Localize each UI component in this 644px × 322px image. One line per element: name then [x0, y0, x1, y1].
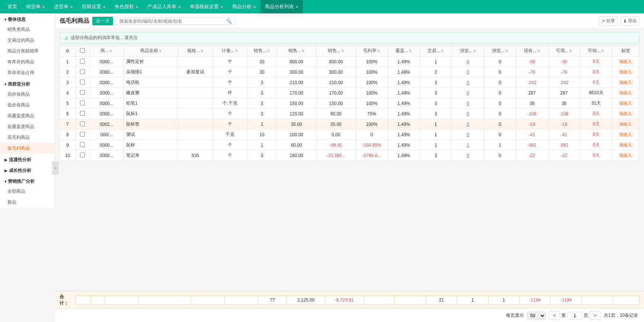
close-icon[interactable]: ✕: [220, 5, 223, 9]
row-checkbox[interactable]: [76, 98, 89, 109]
search-icon[interactable]: 🔍: [226, 19, 232, 24]
sidebar-item-high-value[interactable]: 高价值商品: [0, 89, 55, 100]
nav-item-template-settings[interactable]: 单据模板设置 ✕: [185, 0, 228, 13]
th-available-stock[interactable]: 可用...⇅: [548, 45, 580, 57]
row-trade: 1: [420, 119, 452, 130]
th-gross-margin[interactable]: 毛利率⇅: [356, 45, 388, 57]
view1-link[interactable]: 0: [467, 90, 469, 96]
sidebar-item-low-coverage[interactable]: 低覆盖度商品: [0, 121, 55, 132]
close-icon[interactable]: ✕: [70, 5, 73, 9]
th-trade[interactable]: 交易...⇅: [420, 45, 452, 57]
th-checkbox[interactable]: [76, 45, 89, 57]
th-view1[interactable]: 浏览...⇅: [452, 45, 484, 57]
row-view1[interactable]: 1: [452, 140, 484, 150]
row-checkbox[interactable]: [76, 57, 89, 67]
row-view1[interactable]: 0: [452, 57, 484, 67]
th-sale-price[interactable]: 销售...⇅: [277, 45, 316, 57]
nav-item-permissions[interactable]: 权限设置 ✕: [77, 0, 110, 13]
th-settings[interactable]: ⚙: [60, 45, 76, 57]
sidebar-item-low-margin[interactable]: 低毛利商品: [0, 143, 55, 154]
close-icon[interactable]: ✕: [103, 5, 106, 9]
th-current-stock[interactable]: 现有...⇅: [516, 45, 548, 57]
close-icon[interactable]: ✕: [42, 5, 45, 9]
select-all-checkbox[interactable]: [80, 48, 85, 53]
th-coverage[interactable]: 覆盖...⇅: [388, 45, 420, 57]
row-checkbox[interactable]: [76, 109, 89, 119]
sidebar-item-low-value[interactable]: 低价值商品: [0, 100, 55, 111]
row-view1[interactable]: 0: [452, 150, 484, 161]
row-view1[interactable]: 0: [452, 130, 484, 140]
sidebar-item-category-sales-rate[interactable]: 商品分类助销率: [0, 46, 55, 57]
per-page-select[interactable]: 50 20 100: [527, 312, 546, 320]
row-checkbox[interactable]: [76, 140, 89, 150]
view1-link[interactable]: 0: [467, 80, 469, 85]
row-sellable-stock: 31天: [580, 98, 612, 109]
sidebar-group-overall[interactable]: ▾ 整体信息: [0, 13, 55, 24]
sidebar-group-circulation[interactable]: ▶ 流通性分析: [0, 154, 55, 165]
view1-link[interactable]: 0: [467, 111, 469, 117]
row-view1[interactable]: 0: [452, 88, 484, 98]
export-button[interactable]: ⬇ 导出: [621, 16, 640, 26]
th-sellable-stock[interactable]: 可销...⇅: [580, 45, 612, 57]
th-spec[interactable]: 规格...⇅: [178, 45, 213, 57]
th-sale-amount[interactable]: 销售...⇅: [316, 45, 356, 57]
export-icon: ⬇: [623, 19, 627, 24]
th-unit[interactable]: 计量...⇅: [213, 45, 247, 57]
sidebar-item-new-products[interactable]: 新品: [0, 197, 55, 208]
row-checkbox[interactable]: [76, 119, 89, 130]
row-view2: 0: [484, 67, 516, 77]
search-input[interactable]: [119, 19, 226, 24]
th-name[interactable]: 商品名称⇅: [124, 45, 178, 57]
th-tag[interactable]: 标签: [612, 45, 639, 57]
sidebar-group-marketing[interactable]: ▾ 营销推广分析: [0, 175, 55, 186]
close-icon[interactable]: ✕: [295, 5, 298, 9]
th-view2[interactable]: 浏览...⇅: [484, 45, 516, 57]
row-view1[interactable]: 0: [452, 77, 484, 88]
row-checkbox[interactable]: [76, 150, 89, 161]
sidebar-item-stocked-products[interactable]: 有库存的商品: [0, 57, 55, 67]
nav-item-sales[interactable]: 销货单 ✕: [22, 0, 49, 13]
view1-link[interactable]: 0: [467, 59, 469, 64]
sidebar-group-cluster[interactable]: ▾ 类群堂分析: [0, 78, 55, 89]
nav-item-product-entry[interactable]: 产成品入库单 ✕: [143, 0, 185, 13]
sidebar-item-traded-products[interactable]: 交易过的商品: [0, 35, 55, 46]
view1-link[interactable]: 0: [467, 70, 469, 75]
row-view1[interactable]: 0: [452, 119, 484, 130]
view1-link[interactable]: 0: [467, 132, 469, 137]
row-checkbox[interactable]: [76, 67, 89, 77]
row-checkbox[interactable]: [76, 77, 89, 88]
view1-link[interactable]: 0: [467, 153, 469, 158]
close-icon[interactable]: ✕: [135, 5, 138, 9]
nav-item-product-analysis-list[interactable]: 商品分析列表 ✕: [260, 0, 303, 13]
next-page-button[interactable]: ＞: [590, 311, 601, 320]
close-icon[interactable]: ✕: [178, 5, 181, 9]
row-tag: 低收入: [612, 119, 639, 130]
nav-item-home[interactable]: 首页: [3, 0, 22, 13]
row-checkbox[interactable]: [76, 130, 89, 140]
row-view1[interactable]: 0: [452, 98, 484, 109]
sidebar-item-all-products[interactable]: 全部商品: [0, 186, 55, 197]
row-view1[interactable]: 0: [452, 67, 484, 77]
sidebar-collapse-button[interactable]: «: [52, 161, 59, 175]
main-content: 低毛利商品 近一月 🔍 ↗ 分享 ⬇ 导出 ⚠ 这部分商品的利润非常低，请关注: [55, 13, 644, 322]
share-button[interactable]: ↗ 分享: [599, 16, 618, 26]
sidebar-item-high-coverage[interactable]: 高覆盖度商品: [0, 111, 55, 121]
view1-link[interactable]: 0: [467, 101, 469, 106]
view1-link[interactable]: 1: [467, 143, 469, 148]
row-checkbox[interactable]: [76, 88, 89, 98]
th-sale-qty[interactable]: 销售...⇅: [247, 45, 277, 57]
close-icon[interactable]: ✕: [253, 5, 256, 9]
sidebar-group-growth[interactable]: ▶ 成长性分析: [0, 165, 55, 175]
sidebar-item-high-margin[interactable]: 高毛利商品: [0, 132, 55, 143]
sidebar-item-inventory-capital[interactable]: 库存资金占用: [0, 67, 55, 78]
sidebar-item-sales-products[interactable]: 销售类商品: [0, 24, 55, 35]
th-code[interactable]: 商...⇅: [89, 45, 124, 57]
page-input[interactable]: [567, 312, 582, 319]
nav-item-product-analysis[interactable]: 商品分析 ✕: [228, 0, 260, 13]
date-filter-button[interactable]: 近一月: [92, 17, 113, 25]
prev-page-button[interactable]: ＜: [549, 311, 560, 320]
nav-item-roles[interactable]: 角色授权 ✕: [110, 0, 143, 13]
row-view1[interactable]: 0: [452, 109, 484, 119]
view1-link[interactable]: 0: [467, 122, 469, 127]
nav-item-purchase[interactable]: 进货单 ✕: [49, 0, 77, 13]
